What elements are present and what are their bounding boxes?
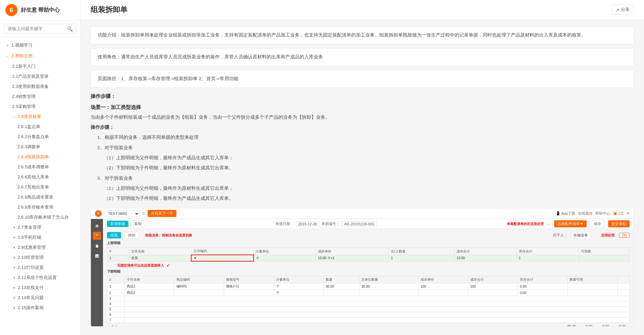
nav-sub-label: 2.5采购管理 [12, 104, 36, 109]
sim-action-val: On [619, 233, 630, 238]
step1: 1、根据不同的业务，选择不同单据的类型来处理 [91, 133, 634, 142]
sidebar-item-s265[interactable]: 2.6.5成本调整单 [0, 162, 80, 172]
sim-topbar: 6 TEST-H002 ⚙ 向钱看了一下 📱 App下载 在线接待 [91, 208, 634, 219]
nav-sub-label: 2.8手机旺铺 [18, 235, 41, 240]
sidebar-item-s261[interactable]: 2.6.1盘点单 [0, 122, 80, 132]
sim-nav-home[interactable]: 🏠 [93, 222, 101, 230]
sim-company-select[interactable]: TEST-H002 [104, 210, 140, 217]
col-header: 库存合计 [517, 248, 579, 255]
sim-screenshot: 6 TEST-H002 ⚙ 向钱看了一下 📱 App下载 在线接待 [91, 208, 634, 326]
sidebar-item-docs[interactable]: － 2.帮助文档 [0, 51, 80, 61]
brand-name: 好生意 帮助中心 [21, 7, 60, 14]
col-header: 父件名称 [129, 248, 192, 255]
sidebar-item-s264[interactable]: 2.6.4组装拆卸单 [0, 152, 80, 162]
sidebar-item-s2610[interactable]: 2.6.10库存账本错了怎么办 [0, 212, 80, 222]
sidebar-item-s25[interactable]: 2.5采购管理 [0, 102, 80, 112]
sim-process-btn[interactable]: 选择配件清单▼ [554, 220, 587, 227]
sidebar-item-s266[interactable]: 2.6.6其他入库单 [0, 172, 80, 182]
cell: 30.00 [323, 283, 359, 290]
sidebar-item-label: 2.帮助文档 [11, 53, 33, 59]
col-header: 计量单位 [274, 276, 323, 283]
total-val2: 0.00 [586, 325, 592, 326]
nav-icon-1: 📋 [95, 244, 99, 248]
cell: 100 [468, 283, 518, 290]
cell [568, 283, 617, 290]
sidebar-item-s212[interactable]: ＋ 2.12系统个性化设置 [0, 273, 80, 283]
sim-submit-btn[interactable]: 提交审核 [608, 220, 630, 227]
cell [418, 290, 468, 296]
sidebar-item-s268[interactable]: 2.6.8商品成本重算 [0, 192, 80, 202]
sidebar-item-s26[interactable]: － 2.6库存核算 [0, 112, 80, 122]
nav-sub-label: 2.6.3调拨单 [17, 144, 40, 149]
nav-sub-label: 2.15操作案例 [18, 305, 44, 310]
help-center-icon: 帮助中心 [595, 211, 610, 216]
sidebar-item-s269[interactable]: 2.6.9库存账本查询 [0, 202, 80, 212]
search-box[interactable]: 🔍 [0, 20, 80, 37]
sidebar-item-s28[interactable]: ＋ 2.8手机旺铺 [0, 232, 80, 242]
cell [359, 290, 418, 296]
cell [468, 290, 518, 296]
sidebar-item-s263[interactable]: 2.6.3调拨单 [0, 142, 80, 152]
sidebar-item-s29[interactable]: ＋ 2.9优惠券管理 [0, 242, 80, 253]
sim-bill-label: 单据编号： [321, 221, 340, 226]
warehouse-icon: 📦 [95, 234, 99, 238]
sim-nav-other2[interactable]: 📊 [93, 252, 101, 260]
sidebar-item-s21[interactable]: 2.1新手入门 [0, 61, 80, 71]
cell: 30.00 [359, 283, 418, 290]
sim-date-val: 2019-12-26 [296, 221, 319, 227]
sidebar-item-s213[interactable]: ＋ 2.13在线支付 [0, 283, 80, 293]
annotation-action-text: 启用处理 [601, 233, 614, 238]
sim-action-input[interactable]: On [619, 233, 630, 238]
step3-1: （1）上部明细为父件明细，最终作为原材料生成其它出库单； [91, 184, 634, 192]
sim-copy-tab[interactable]: 复制 [130, 220, 145, 227]
table-row: 5 [107, 307, 630, 312]
sidebar-item-s210[interactable]: ＋ 2.10经营管理 [0, 253, 80, 263]
cell: 商品1 [124, 283, 174, 290]
sim-form-area: 组装 拆卸 组装业务、拆卸业务在这里切换 经手人： 仓储业务 [103, 229, 634, 326]
sim-logo: 6 [95, 210, 102, 217]
sim-nav-other1[interactable]: 📋 [93, 242, 101, 250]
sim-assemble-tab[interactable]: 组装 [107, 232, 121, 238]
sidebar-item-s215[interactable]: ＋ 2.15操作案例 [0, 303, 80, 313]
app-download-icon: 📱 App下载 [556, 211, 575, 216]
sidebar-item-s262[interactable]: 2.6.2分量盘点单 [0, 132, 80, 142]
highlighted-cell: ▼ [194, 256, 197, 260]
sim-upper-section-label: 上部明细 [107, 241, 630, 245]
share-button[interactable]: ↗ 分享 [611, 5, 634, 15]
close-icon[interactable]: ✕ [627, 211, 630, 216]
sidebar-item-video[interactable]: ＋ 1.视频学习 [0, 40, 80, 51]
nav-sub-label: ＋ [12, 225, 16, 230]
annotation-type-text: 组装业务、拆卸业务在这里切换 [145, 233, 192, 238]
nav-sub-label: 2.13在线支付 [18, 285, 44, 290]
sidebar-item-s23[interactable]: 2.3使用前数据准备 [0, 81, 80, 92]
sim-topbar-btn[interactable]: 向钱看了一下 [148, 210, 176, 217]
total-spacer [128, 325, 557, 326]
sim-nav-warehouse[interactable]: 📦 [93, 232, 101, 240]
path-intro-block: 页面路径：1、库存核算->库存管理->组装拆卸单 2、首页->常用功能 [91, 70, 634, 88]
search-input[interactable] [4, 24, 76, 34]
nav-sub-label: 2.6.7其他出库单 [17, 184, 49, 189]
nav-sub-label: 2.6.9库存账本查询 [17, 205, 53, 210]
table-row: 4 [107, 301, 630, 307]
role-intro-text: 使用角色：通常由生产人员或库管人员完成拆装业务的操作，库管人员确认原材料的出库和… [98, 54, 323, 59]
screenshot-container: 6 TEST-H002 ⚙ 向钱看了一下 📱 App下载 在线接待 [91, 208, 634, 327]
nav-sub-label: 2.6.4组装拆卸单 [17, 154, 49, 159]
sidebar-item-s267[interactable]: 2.6.7其他出库单 [0, 182, 80, 192]
nav-sub-label: 2.14常见问题 [18, 295, 44, 300]
sidebar-item-s214[interactable]: ＋ 2.14常见问题 [0, 293, 80, 303]
total-val1: $$.00 [568, 325, 576, 326]
sim-save-btn[interactable]: 保存 [590, 220, 605, 227]
sidebar-item-s27[interactable]: ＋ 2.7资金管理 [0, 222, 80, 232]
sim-new-tab[interactable]: 新增单据 [107, 221, 128, 227]
nav-sub-label: 2.4销售管理 [12, 94, 36, 99]
cell: 0.00 [518, 283, 568, 290]
sidebar-item-s211[interactable]: ＋ 2.11打印设置 [0, 263, 80, 273]
sim-disassemble-tab[interactable]: 拆卸 [124, 232, 139, 239]
col-header: 成本单价 [316, 248, 389, 255]
sidebar-item-s22[interactable]: 2.2产品安装及登录 [0, 71, 80, 81]
cell: 个 [274, 283, 323, 290]
sidebar-item-s24[interactable]: 2.4销售管理 [0, 92, 80, 102]
sim-total-row: 合计 $$.00 0.00 0.00 0.00 [107, 323, 630, 326]
sim-topbar-mid: TEST-H002 ⚙ 向钱看了一下 [104, 210, 553, 217]
col-header [617, 276, 629, 283]
